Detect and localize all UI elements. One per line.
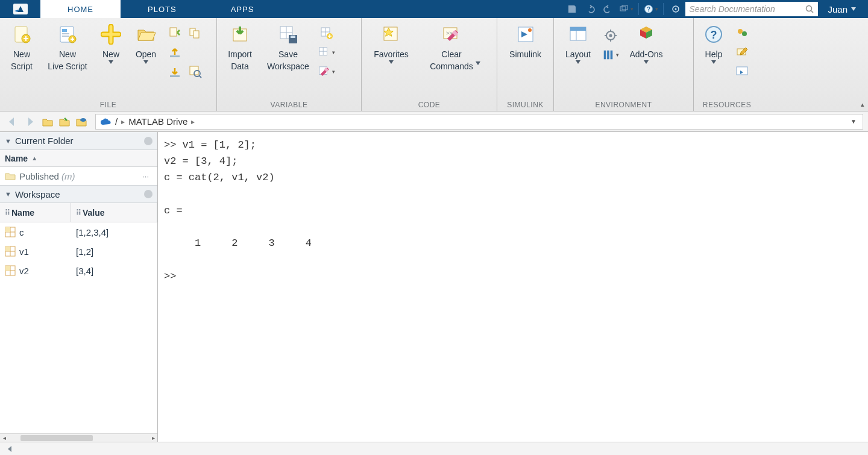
svg-point-63 (80, 118, 86, 122)
svg-text:?: ? (647, 6, 650, 13)
svg-text:?: ? (711, 29, 717, 41)
clear-workspace-icon[interactable]: ▾ (318, 64, 335, 80)
layout-button[interactable]: Layout (558, 24, 599, 64)
redo-icon[interactable] (600, 1, 617, 17)
svg-rect-1 (620, 7, 626, 11)
address-history-dropdown[interactable]: ▼ (848, 116, 859, 127)
svg-rect-46 (570, 27, 586, 31)
clear-commands-button[interactable]: >> Clear Commands (420, 24, 483, 77)
community-icon[interactable] (734, 25, 750, 41)
horizontal-scrollbar[interactable]: ◂▸ (0, 433, 157, 442)
svg-rect-54 (604, 51, 606, 60)
new-live-script-button[interactable]: New Live Script (42, 24, 93, 73)
ws-col-value[interactable]: Value (83, 208, 105, 218)
svg-point-49 (609, 34, 612, 37)
new-button[interactable]: New (95, 24, 127, 64)
tab-home[interactable]: HOME (40, 0, 121, 18)
panel-menu-icon[interactable] (144, 190, 153, 198)
svg-rect-55 (607, 51, 609, 60)
row-overflow-icon[interactable]: ··· (142, 172, 153, 181)
upload-icon[interactable] (166, 45, 183, 60)
svg-point-7 (807, 6, 812, 11)
panel-menu-icon[interactable] (144, 137, 153, 145)
collapse-icon[interactable]: ▼ (5, 137, 11, 145)
nav-cloud-folder-icon[interactable] (75, 115, 88, 128)
favorites-button[interactable]: Favorites (365, 24, 417, 64)
help-qat-icon[interactable]: ?▾ (643, 1, 659, 17)
section-res-label: RESOURCES (697, 99, 756, 111)
current-folder-header[interactable]: ▼ Current Folder (0, 132, 157, 150)
command-window[interactable]: >> v1 = [1, 2]; v2 = [3, 4]; c = cat(2, … (158, 132, 868, 442)
find-files-icon[interactable] (166, 25, 183, 41)
tab-apps[interactable]: APPS (204, 0, 281, 18)
toolstrip-collapse-icon[interactable]: ▴ (861, 101, 864, 108)
section-file-label: FILE (4, 99, 213, 111)
preview-icon[interactable] (187, 64, 204, 80)
ws-row[interactable]: v2 [3,4] (0, 261, 157, 280)
command-prompt: >> (164, 271, 183, 282)
learn-icon[interactable] (734, 64, 750, 80)
breadcrumb-root[interactable]: / (115, 116, 118, 127)
svg-rect-17 (170, 55, 180, 57)
save-workspace-button[interactable]: Save Workspace (262, 24, 315, 73)
nav-back-icon[interactable] (5, 115, 19, 129)
svg-point-6 (675, 8, 677, 10)
cf-row-published[interactable]: Published (m) ··· (0, 167, 157, 185)
svg-rect-14 (62, 36, 69, 37)
goto-start-icon[interactable] (5, 445, 13, 453)
switch-windows-icon[interactable]: ▾ (618, 1, 635, 17)
help-button[interactable]: ? Help (697, 24, 730, 64)
svg-rect-16 (170, 28, 177, 36)
svg-point-44 (528, 28, 532, 32)
download-icon[interactable] (166, 64, 183, 80)
open-button[interactable]: Open (129, 24, 163, 64)
user-menu[interactable]: Juan (819, 4, 864, 14)
breadcrumb-drive[interactable]: MATLAB Drive (128, 116, 187, 127)
cf-columns[interactable]: Name ▲ (0, 150, 157, 167)
tab-home-label: HOME (68, 5, 93, 14)
target-icon[interactable] (667, 1, 684, 17)
collapse-icon[interactable]: ▼ (5, 190, 11, 198)
new-variable-icon[interactable] (318, 25, 335, 41)
tab-plots-label: PLOTS (148, 5, 177, 14)
save-qat-icon[interactable] (564, 1, 580, 17)
breadcrumb-sep2-icon[interactable]: ▸ (191, 118, 195, 126)
ws-col-name[interactable]: Name (11, 208, 34, 218)
svg-rect-56 (611, 51, 613, 60)
search-docs-input[interactable] (689, 4, 805, 14)
ws-row[interactable]: c [1,2,3,4] (0, 222, 157, 242)
workspace-header[interactable]: ▼ Workspace (0, 185, 157, 203)
open-variable-icon[interactable]: ▾ (318, 45, 335, 60)
section-env-label: ENVIRONMENT (558, 99, 690, 111)
svg-rect-12 (62, 29, 67, 32)
breadcrumb-sep-icon[interactable]: ▸ (121, 118, 125, 126)
address-bar: / ▸ MATLAB Drive ▸ ▼ (0, 111, 868, 132)
preferences-gear-icon[interactable] (602, 28, 619, 43)
tab-plots[interactable]: PLOTS (121, 0, 204, 18)
search-docs-box[interactable] (685, 2, 818, 16)
svg-rect-2 (622, 5, 627, 10)
simulink-button[interactable]: Simulink (502, 24, 549, 60)
variable-icon (5, 265, 16, 276)
compare-icon[interactable] (187, 25, 204, 41)
search-icon (805, 4, 814, 14)
request-support-icon[interactable] (734, 45, 750, 60)
matlab-app-icon (0, 0, 40, 18)
ws-row[interactable]: v1 [1,2] (0, 242, 157, 261)
main-area: ▼ Current Folder Name ▲ Published (m) ··… (0, 132, 868, 442)
import-data-button[interactable]: Import Data (221, 24, 259, 73)
cf-col-name[interactable]: Name (5, 154, 28, 163)
nav-browse-icon[interactable] (58, 115, 71, 128)
workspace-title: Workspace (15, 189, 140, 199)
svg-rect-75 (5, 266, 10, 271)
address-input[interactable]: / ▸ MATLAB Drive ▸ ▼ (95, 114, 863, 130)
svg-rect-67 (5, 227, 10, 232)
nav-forward-icon[interactable] (23, 115, 37, 129)
nav-up-folder-icon[interactable] (41, 115, 54, 128)
new-script-button[interactable]: New Script (4, 24, 40, 73)
undo-icon[interactable] (582, 1, 599, 17)
status-bar (0, 442, 868, 455)
addons-button[interactable]: Add-Ons (621, 24, 671, 64)
current-folder-title: Current Folder (15, 136, 140, 146)
parallel-icon[interactable]: ▾ (602, 47, 619, 63)
